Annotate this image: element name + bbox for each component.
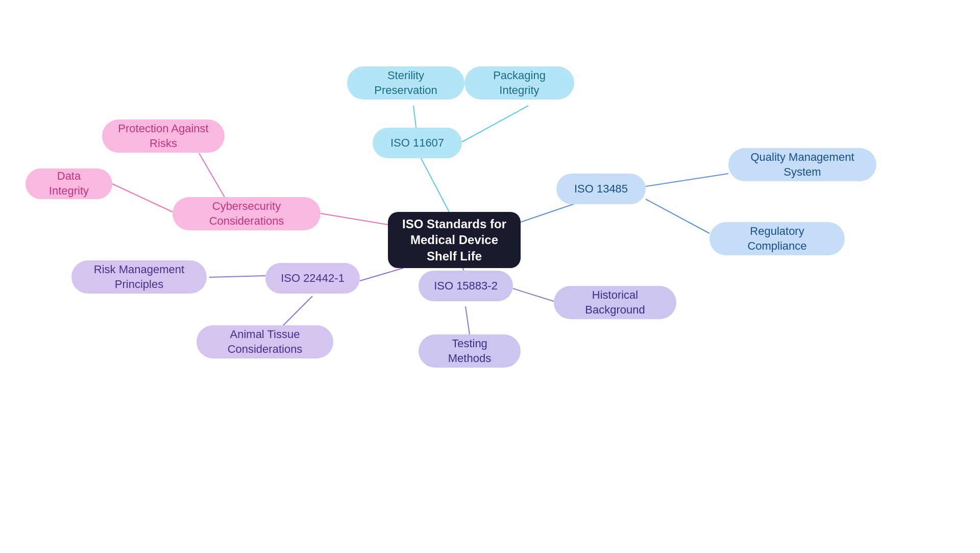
- animal-tissue-node: Animal Tissue Considerations: [197, 325, 333, 358]
- iso22442-node: ISO 22442-1: [265, 263, 360, 294]
- svg-line-5: [646, 199, 709, 233]
- qms-node: Quality Management System: [728, 148, 876, 181]
- svg-line-6: [321, 213, 388, 225]
- data-integrity-node: Data Integrity: [26, 169, 112, 199]
- iso15883-node: ISO 15883-2: [419, 271, 513, 301]
- svg-line-14: [465, 306, 470, 334]
- svg-line-7: [199, 153, 225, 197]
- protection-node: Protection Against Risks: [102, 119, 225, 153]
- svg-line-2: [462, 106, 528, 142]
- testing-node: Testing Methods: [419, 334, 521, 368]
- svg-line-10: [209, 276, 265, 277]
- sterility-node: Sterility Preservation: [347, 66, 464, 100]
- svg-line-9: [360, 268, 403, 281]
- cybersecurity-node: Cybersecurity Considerations: [173, 197, 321, 230]
- packaging-node: Packaging Integrity: [464, 66, 574, 100]
- svg-line-8: [112, 184, 173, 212]
- svg-line-11: [283, 296, 312, 325]
- iso13485-node: ISO 13485: [556, 174, 646, 204]
- historical-node: Historical Background: [554, 286, 676, 319]
- svg-line-4: [646, 174, 728, 186]
- center-node: ISO Standards for Medical Device Shelf L…: [388, 212, 521, 268]
- svg-line-0: [417, 151, 449, 212]
- risk-management-node: Risk Management Principles: [71, 260, 207, 294]
- svg-line-13: [513, 288, 554, 301]
- iso11607-node: ISO 11607: [373, 128, 462, 158]
- regulatory-node: Regulatory Compliance: [709, 222, 845, 255]
